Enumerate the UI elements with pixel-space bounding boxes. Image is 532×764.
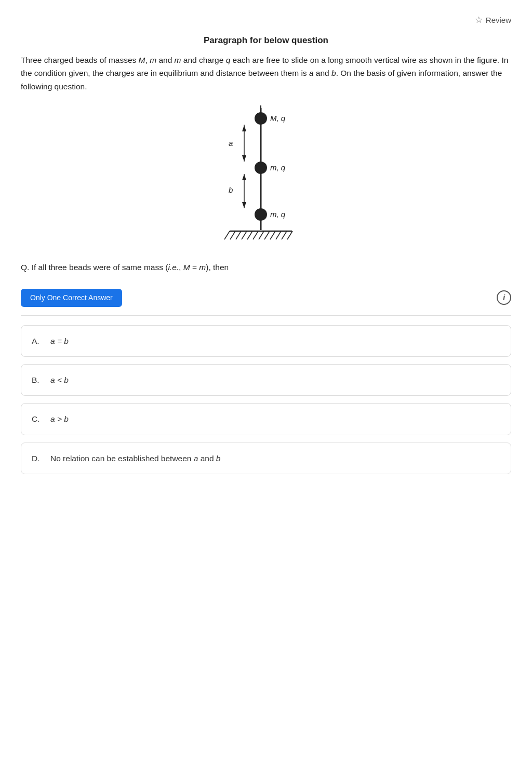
svg-line-17	[230, 231, 235, 239]
paragraph-section: Paragraph for below question Three charg…	[21, 34, 511, 93]
option-d-text: No relation can be established between a…	[50, 452, 220, 464]
diagram-svg: M, q m, q m, q a b	[214, 105, 318, 253]
svg-line-19	[242, 231, 247, 239]
svg-line-25	[276, 231, 281, 239]
svg-marker-13	[242, 202, 246, 208]
info-icon[interactable]: i	[497, 290, 511, 305]
svg-marker-9	[242, 155, 246, 162]
svg-text:M, q: M, q	[270, 114, 286, 123]
option-c[interactable]: C. a > b	[21, 403, 511, 435]
svg-point-1	[255, 112, 267, 125]
page-container: ☆ Review Paragraph for below question Th…	[0, 0, 532, 495]
option-a-letter: A.	[32, 335, 42, 347]
option-c-letter: C.	[32, 413, 42, 425]
svg-marker-8	[242, 125, 246, 131]
top-bar: ☆ Review	[21, 10, 511, 34]
answer-type-badge: Only One Correct Answer	[21, 289, 122, 307]
svg-text:a: a	[229, 139, 233, 148]
paragraph-text: Three charged beads of masses M, m and m…	[21, 53, 511, 93]
option-d[interactable]: D. No relation can be established betwee…	[21, 443, 511, 474]
review-label: Review	[486, 16, 511, 24]
svg-line-27	[287, 231, 292, 239]
svg-line-26	[282, 231, 287, 239]
diagram-container: M, q m, q m, q a b	[21, 105, 511, 251]
svg-line-24	[270, 231, 275, 239]
svg-line-18	[236, 231, 241, 239]
info-icon-label: i	[503, 292, 505, 304]
svg-line-21	[253, 231, 258, 239]
option-d-letter: D.	[32, 452, 42, 464]
option-a-text: a = b	[50, 335, 69, 347]
answer-type-section: Only One Correct Answer i	[21, 289, 511, 307]
svg-text:b: b	[229, 185, 233, 194]
option-a[interactable]: A. a = b	[21, 325, 511, 357]
svg-marker-12	[242, 174, 246, 180]
svg-point-3	[255, 208, 267, 221]
option-b-letter: B.	[32, 374, 42, 386]
svg-text:m, q: m, q	[270, 210, 286, 219]
option-b[interactable]: B. a < b	[21, 364, 511, 396]
options-list: A. a = b B. a < b C. a > b D. No relatio…	[21, 325, 511, 474]
divider	[21, 315, 511, 316]
svg-line-23	[264, 231, 270, 239]
paragraph-title: Paragraph for below question	[21, 34, 511, 47]
svg-line-16	[224, 231, 230, 239]
option-c-text: a > b	[50, 413, 69, 425]
svg-point-2	[255, 162, 267, 174]
svg-line-22	[259, 231, 264, 239]
svg-text:m, q: m, q	[270, 163, 286, 172]
star-icon: ☆	[475, 15, 483, 25]
diagram: M, q m, q m, q a b	[214, 105, 318, 251]
svg-line-20	[247, 231, 252, 239]
review-button[interactable]: ☆ Review	[475, 15, 511, 25]
question-text: Q. If all three beads were of same mass …	[21, 261, 511, 274]
option-b-text: a < b	[50, 374, 69, 386]
